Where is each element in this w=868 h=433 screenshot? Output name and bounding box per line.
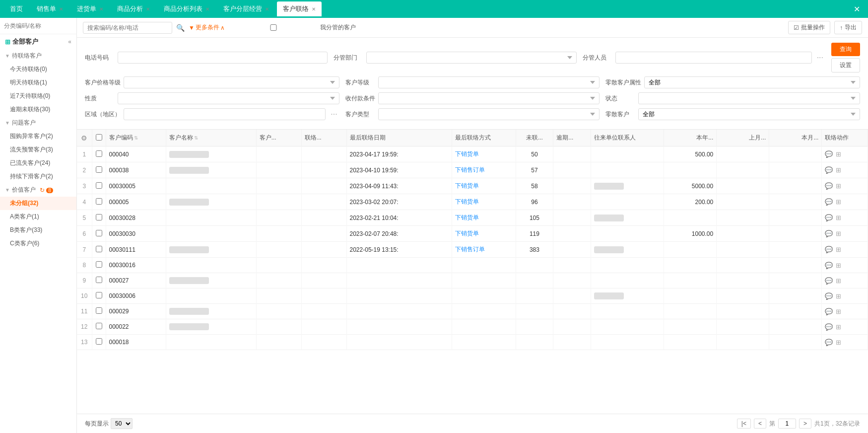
more-conditions-btn[interactable]: ▼ 更多条件 ∧ [189,23,225,32]
my-customers-checkbox-label[interactable]: 我分管的客户 [229,23,356,32]
col-header-checkbox[interactable] [92,130,106,146]
row-last-method[interactable] [452,304,516,319]
my-customers-checkbox[interactable] [229,24,318,31]
nav-tab-customer-contact[interactable]: 客户联络 ✕ [277,1,322,16]
retail-attr-select[interactable]: 全部 [644,76,860,88]
sidebar-item-churned[interactable]: 已流失客户(24) [0,156,76,170]
chat-icon[interactable]: 💬 [825,323,833,331]
row-last-method[interactable] [452,335,516,350]
prev-page-btn[interactable]: < [754,419,766,429]
row-checkbox[interactable] [96,261,102,268]
grid-action-icon[interactable]: ⊞ [836,214,841,221]
customer-type-select[interactable] [378,108,600,120]
chat-icon[interactable]: 💬 [825,292,833,300]
sidebar-item-7days-pending[interactable]: 近7天待联络(0) [0,89,76,103]
row-checkbox[interactable] [96,166,102,173]
grid-action-icon[interactable]: ⊞ [836,230,841,237]
row-checkbox[interactable] [96,246,102,252]
nav-tab-product-analysis[interactable]: 商品分析 ✕ [111,1,156,16]
query-button[interactable]: 查询 [831,43,860,56]
sidebar-item-ungrouped[interactable]: 未分组(32) [0,197,76,210]
close-all-tabs[interactable]: ✕ [850,4,864,14]
row-last-method[interactable]: 下销货单 [452,226,516,242]
grid-action-icon[interactable]: ⊞ [836,262,841,269]
row-checkbox[interactable] [96,292,102,298]
sidebar-item-b-class[interactable]: B类客户(33) [0,223,76,237]
sidebar-item-hoarding-abnormal[interactable]: 囤购异常客户(2) [0,130,76,143]
grid-action-icon[interactable]: ⊞ [836,150,841,158]
grid-action-icon[interactable]: ⊞ [836,198,841,206]
row-checkbox[interactable] [96,214,102,220]
grid-action-icon[interactable]: ⊞ [836,166,841,174]
row-checkbox[interactable] [96,323,102,329]
retail-customer-select[interactable]: 全部 [638,108,860,120]
page-number-input[interactable] [778,419,796,429]
chat-icon[interactable]: 💬 [825,339,833,346]
row-checkbox[interactable] [96,230,102,236]
close-sales-tab[interactable]: ✕ [59,6,63,12]
close-purchase-tab[interactable]: ✕ [99,6,103,12]
sidebar-item-today-pending[interactable]: 今天待联络(0) [0,63,76,76]
col-header-code[interactable]: 客户编码 ⇅ [106,130,166,146]
sidebar-item-tomorrow-pending[interactable]: 明天待联络(1) [0,76,76,89]
region-more-btn[interactable]: ··· [329,110,339,119]
nav-tab-product-list[interactable]: 商品分析列表 ✕ [158,1,215,16]
region-input[interactable] [124,108,326,120]
person-input[interactable] [615,52,812,64]
row-last-method[interactable]: 下销货单 [452,178,516,194]
row-last-method[interactable] [452,273,516,289]
sidebar-item-c-class[interactable]: C类客户(6) [0,237,76,250]
col-header-person[interactable]: 往来单位联系人 [591,130,664,146]
reset-button[interactable]: 设置 [831,58,860,72]
col-header-type[interactable]: 客户... [256,130,301,146]
status-select[interactable] [638,92,860,104]
row-checkbox[interactable] [96,307,102,314]
nav-home[interactable]: 首页 [4,1,29,16]
payment-select[interactable] [378,92,600,104]
chat-icon[interactable]: 💬 [825,198,833,206]
chat-icon[interactable]: 💬 [825,277,833,285]
col-header-name[interactable]: 客户名称 ⇅ [166,130,256,146]
col-header-overdue[interactable]: 逾期... [553,130,591,146]
col-header-last-date[interactable]: 最后联络日期 [346,130,452,146]
nav-tab-customer-mgmt[interactable]: 客户分层经营 ✕ [217,1,275,16]
collapse-sidebar-btn[interactable]: « [68,38,71,45]
sidebar-search-input[interactable] [4,22,77,29]
row-last-method[interactable] [452,289,516,304]
next-page-btn[interactable]: > [799,419,811,429]
page-size-select[interactable]: 50 [111,418,133,429]
close-customer-mgmt-tab[interactable]: ✕ [265,6,269,12]
search-input[interactable] [83,22,172,34]
group-pending-contact[interactable]: ▼ 待联络客户 [0,49,76,63]
sidebar-item-churn-warning[interactable]: 流失预警客户(3) [0,143,76,156]
row-last-method[interactable]: 下销货单 [452,210,516,226]
select-all-checkbox[interactable] [96,134,102,141]
grid-action-icon[interactable]: ⊞ [836,339,841,346]
row-checkbox[interactable] [96,150,102,157]
row-checkbox[interactable] [96,338,102,345]
row-checkbox[interactable] [96,277,102,283]
dept-select[interactable] [366,52,576,64]
settings-gear-icon[interactable]: ⚙ [81,134,87,142]
chat-icon[interactable]: 💬 [825,246,833,253]
group-value-customers[interactable]: ▼ 价值客户 ↻ 8 [0,183,76,197]
row-last-method[interactable]: 下销货单 [452,194,516,210]
close-product-list-tab[interactable]: ✕ [205,6,209,12]
refresh-icon[interactable]: ↻ [40,187,45,194]
export-button[interactable]: ↑ 导出 [834,21,862,34]
col-header-settings[interactable]: ⚙ [77,130,92,146]
chat-icon[interactable]: 💬 [825,166,833,174]
grid-action-icon[interactable]: ⊞ [836,182,841,190]
grid-action-icon[interactable]: ⊞ [836,308,841,315]
row-last-method[interactable]: 下销售订单 [452,162,516,178]
grid-action-icon[interactable]: ⊞ [836,277,841,285]
group-problem-customers[interactable]: ▼ 问题客户 [0,116,76,130]
person-more-btn[interactable]: ··· [815,53,825,62]
close-customer-contact-tab[interactable]: ✕ [312,6,316,12]
grid-action-icon[interactable]: ⊞ [836,292,841,300]
chat-icon[interactable]: 💬 [825,214,833,221]
row-last-method[interactable]: 下销售订单 [452,242,516,258]
row-last-method[interactable]: 下销货单 [452,146,516,162]
nav-tab-sales[interactable]: 销售单 ✕ [31,1,69,16]
col-header-uncontact[interactable]: 未联... [516,130,553,146]
